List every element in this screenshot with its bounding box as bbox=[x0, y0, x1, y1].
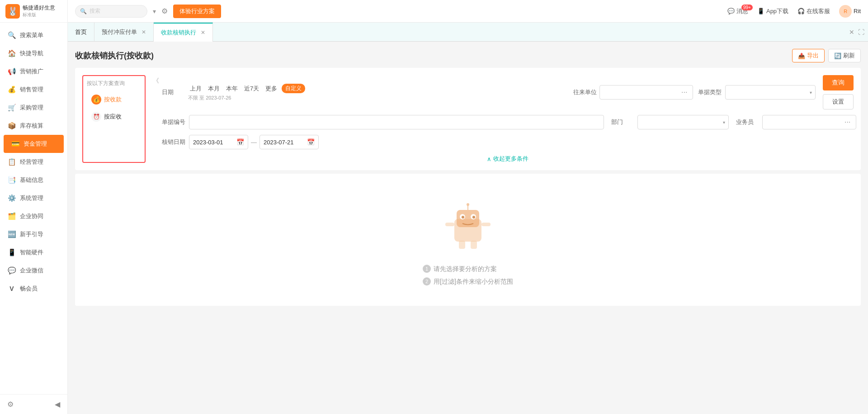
partner-input[interactable] bbox=[604, 86, 679, 99]
tab-prepay[interactable]: 预付冲应付单 ✕ bbox=[94, 23, 154, 42]
industry-solution-button[interactable]: 体验行业方案 bbox=[173, 5, 221, 18]
partner-label: 往来单位 bbox=[573, 88, 596, 96]
sidebar-logo: 🐰 畅捷通好生意 标准版 bbox=[0, 0, 67, 23]
svg-rect-8 bbox=[445, 223, 454, 226]
filter-option-by-receipt[interactable]: 💰 按收款 bbox=[87, 91, 141, 108]
query-buttons: 查询 设置 bbox=[823, 75, 854, 109]
setting-button[interactable]: 设置 bbox=[823, 94, 854, 109]
operation-icon: 📋 bbox=[7, 157, 16, 167]
wechat-icon: 💬 bbox=[7, 266, 16, 275]
staff-dots-btn[interactable]: ··· bbox=[843, 118, 852, 126]
messages-button[interactable]: 💬 消息 99+ bbox=[727, 7, 748, 15]
verify-date-to-wrap: 📅 bbox=[259, 135, 319, 149]
sidebar-item-finance[interactable]: 💳 资金管理 bbox=[4, 135, 64, 153]
sidebar-item-purchase[interactable]: 🛒 采购管理 bbox=[0, 99, 67, 117]
verify-date-from-input[interactable] bbox=[193, 139, 234, 146]
more-date-btn[interactable]: 更多 bbox=[264, 84, 279, 94]
sidebar-item-guide[interactable]: 🆕 新手引导 bbox=[0, 225, 67, 243]
tab-home[interactable]: 首页 bbox=[68, 23, 94, 42]
online-service-button[interactable]: 🎧 在线客服 bbox=[797, 7, 830, 15]
filter-option-by-receivable[interactable]: ⏰ 按应收 bbox=[87, 108, 141, 125]
topbar-search-bar[interactable]: 🔍 搜索 bbox=[75, 5, 147, 18]
sidebar-item-hardware[interactable]: 📱 智能硬件 bbox=[0, 243, 67, 262]
sidebar-item-sales[interactable]: 💰 销售管理 bbox=[0, 81, 67, 99]
collapse-sidebar-button[interactable]: ◀ bbox=[55, 400, 60, 409]
sidebar-item-wechat[interactable]: 💬 企业微信 bbox=[0, 262, 67, 280]
expand-tab-icon[interactable]: ⛶ bbox=[858, 29, 864, 36]
collapse-more-button[interactable]: ∧ 收起更多条件 bbox=[487, 155, 528, 163]
sidebar-item-basic-info[interactable]: 📑 基础信息 bbox=[0, 171, 67, 189]
tab-receivable-verify[interactable]: 收款核销执行 ✕ bbox=[154, 23, 213, 42]
empty-tip-2: 2 用[过滤]条件来缩小分析范围 bbox=[423, 275, 513, 288]
close-prepay-tab-icon[interactable]: ✕ bbox=[142, 29, 146, 35]
sidebar-item-search[interactable]: 🔍 搜索菜单 bbox=[0, 26, 67, 44]
doc-type-select[interactable] bbox=[725, 85, 816, 100]
custom-date-btn[interactable]: 自定义 bbox=[282, 84, 305, 93]
sidebar-item-quick-nav[interactable]: 🏠 快捷导航 bbox=[0, 44, 67, 62]
svg-rect-9 bbox=[481, 223, 491, 226]
content-wrapper: 1 请先选择要分析的方案 2 用[过滤]条件来缩小分析范围 bbox=[75, 174, 861, 306]
topbar-search-icon: 🔍 bbox=[80, 8, 87, 14]
sidebar-item-marketing[interactable]: 📢 营销推广 bbox=[0, 62, 67, 81]
svg-point-4 bbox=[462, 216, 464, 219]
filter-partner-field: 往来单位 ··· bbox=[573, 85, 691, 100]
tabbar-actions: ✕ ⛶ bbox=[849, 29, 868, 36]
sidebar-item-system[interactable]: ⚙️ 系统管理 bbox=[0, 189, 67, 207]
sidebar-item-member[interactable]: V 畅会员 bbox=[0, 280, 67, 298]
sidebar-item-enterprise[interactable]: 🗂️ 企业协同 bbox=[0, 207, 67, 225]
receipt-option-icon: 💰 bbox=[91, 95, 101, 105]
verify-date-range: 📅 — 📅 bbox=[189, 135, 319, 149]
doc-type-select-wrap: ▾ bbox=[725, 85, 816, 100]
sidebar-item-operation[interactable]: 📋 经营管理 bbox=[0, 153, 67, 171]
refresh-button[interactable]: 🔄 刷新 bbox=[828, 49, 861, 62]
staff-input[interactable] bbox=[766, 115, 843, 129]
date-label: 日期 bbox=[162, 88, 184, 96]
purchase-icon: 🛒 bbox=[7, 103, 16, 112]
topbar: 🔍 搜索 ▾ ⚙ 体验行业方案 💬 消息 99+ 📱 App下载 🎧 在线客服 bbox=[68, 0, 868, 23]
topbar-gear-button[interactable]: ⚙ bbox=[161, 7, 168, 15]
filter-collapse-button[interactable]: 《 bbox=[153, 75, 162, 163]
query-button[interactable]: 查询 bbox=[823, 75, 854, 90]
app-download-button[interactable]: 📱 App下载 bbox=[757, 7, 788, 15]
this-year-btn[interactable]: 本年 bbox=[224, 84, 240, 94]
close-receivable-tab-icon[interactable]: ✕ bbox=[201, 29, 205, 36]
staff-input-wrap: ··· bbox=[762, 115, 856, 129]
topbar-dropdown-icon[interactable]: ▾ bbox=[153, 8, 156, 15]
empty-state: 1 请先选择要分析的方案 2 用[过滤]条件来缩小分析范围 bbox=[75, 174, 861, 306]
settings-button[interactable]: ⚙ bbox=[7, 400, 14, 409]
filter-doc-no-field: 单据编号 bbox=[162, 115, 604, 129]
filter-form: 日期 上月 本月 本年 近7天 更多 自定义 不限 bbox=[162, 75, 854, 163]
filter-row-3: 核销日期 📅 — 📅 bbox=[162, 135, 854, 149]
filter-row-2: 单据编号 部门 ▾ bbox=[162, 115, 854, 129]
verify-date-to-input[interactable] bbox=[264, 139, 304, 146]
last-month-btn[interactable]: 上月 bbox=[188, 84, 203, 94]
export-button[interactable]: 📤 导出 bbox=[792, 49, 825, 62]
date-range-dash: — bbox=[251, 139, 257, 146]
tabbar: 首页 预付冲应付单 ✕ 收款核销执行 ✕ ✕ ⛶ bbox=[68, 23, 868, 42]
partner-dots-btn[interactable]: ··· bbox=[679, 88, 689, 96]
marketing-icon: 📢 bbox=[7, 67, 16, 76]
logo-icon: 🐰 bbox=[5, 4, 20, 19]
topbar-left: 🔍 搜索 ▾ ⚙ 体验行业方案 bbox=[75, 5, 221, 18]
export-icon: 📤 bbox=[798, 52, 805, 59]
verify-date-from-wrap: 📅 bbox=[189, 135, 248, 149]
last-7-days-btn[interactable]: 近7天 bbox=[242, 84, 261, 94]
verify-date-from-cal-icon[interactable]: 📅 bbox=[236, 138, 244, 146]
page-title: 收款核销执行(按收款) bbox=[75, 50, 154, 61]
svg-rect-11 bbox=[471, 241, 477, 249]
finance-icon: 💳 bbox=[11, 139, 20, 148]
refresh-icon: 🔄 bbox=[834, 52, 841, 59]
sidebar-item-inventory[interactable]: 📦 库存核算 bbox=[0, 117, 67, 135]
date-shortcuts: 上月 本月 本年 近7天 更多 自定义 bbox=[188, 84, 305, 94]
message-icon: 💬 bbox=[727, 8, 735, 14]
filter-sidebar-title: 按以下方案查询 bbox=[87, 80, 141, 87]
close-all-tabs-icon[interactable]: ✕ bbox=[849, 29, 854, 36]
user-info[interactable]: R Rit bbox=[839, 5, 861, 18]
verify-date-to-cal-icon[interactable]: 📅 bbox=[307, 138, 315, 146]
doc-no-input[interactable] bbox=[189, 115, 604, 129]
filter-verify-date-field: 核销日期 📅 — 📅 bbox=[162, 135, 854, 149]
dept-select[interactable] bbox=[637, 115, 729, 129]
this-month-btn[interactable]: 本月 bbox=[206, 84, 222, 94]
empty-tip-1: 1 请先选择要分析的方案 bbox=[423, 262, 513, 275]
system-icon: ⚙️ bbox=[7, 194, 16, 203]
